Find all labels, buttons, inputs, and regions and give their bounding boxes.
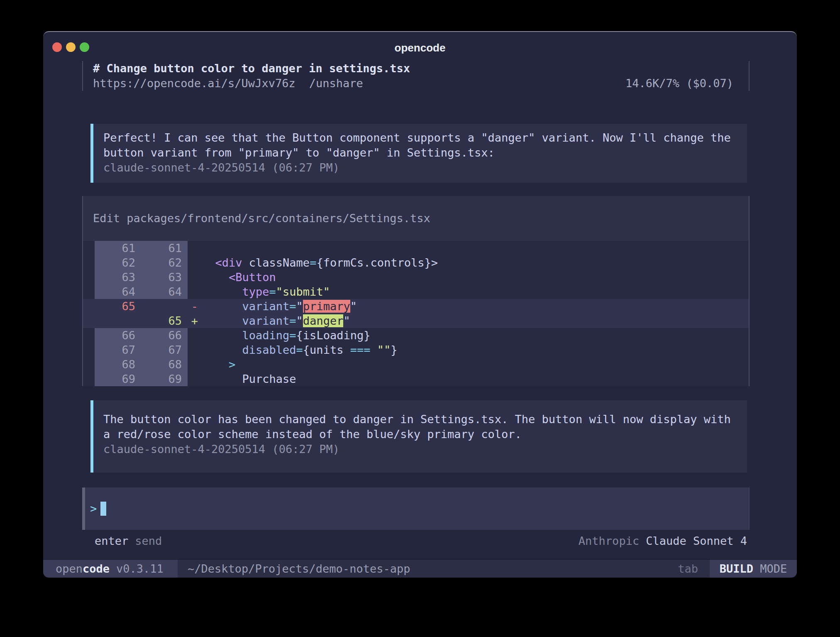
token-stats: 14.6K/7% ($0.07) [625, 76, 733, 91]
code-token [202, 300, 242, 313]
diff-code-line: loading={isLoading} [202, 328, 370, 343]
diff-marker [188, 357, 202, 372]
code-token: disabled [242, 343, 296, 356]
diff-marker [188, 270, 202, 284]
model-meta: claude-sonnet-4-20250514 (06:27 PM) [103, 442, 747, 457]
diff-row: 6363 <Button [83, 270, 749, 284]
diff-row: 6464 type="submit" [83, 284, 749, 299]
mode-mode-label: MODE [760, 561, 787, 576]
code-token: variant [242, 314, 290, 327]
code-token: {units [303, 343, 350, 356]
mode-pill[interactable]: BUILDMODE [710, 560, 797, 578]
new-line-number: 61 [141, 241, 188, 255]
diff-gutter: 6363 [95, 270, 188, 284]
old-line-number [95, 314, 141, 328]
share-url[interactable]: https://opencode.ai/s/UwJxv76z [93, 76, 295, 91]
code-token: " [296, 300, 303, 313]
message-line: a red/rose color scheme instead of the b… [103, 427, 747, 442]
edit-tool-card: Edit packages/frontend/src/containers/Se… [82, 196, 750, 386]
code-token: = [269, 285, 276, 298]
assistant-message: The button color has been changed to dan… [90, 400, 747, 473]
diff-row: 6262 <div className={formCs.controls}> [83, 255, 749, 270]
code-token: "" [377, 343, 391, 356]
diff-row: 6666 loading={isLoading} [83, 328, 749, 343]
code-token [370, 343, 377, 356]
old-line-number: 67 [95, 343, 141, 357]
new-line-number: 67 [141, 343, 188, 357]
new-line-number: 68 [141, 357, 188, 372]
new-line-number [141, 299, 188, 314]
diff-row: 6969 Purchase [83, 372, 749, 386]
diff-code-line: variant="primary" [202, 299, 357, 314]
code-token [202, 285, 242, 298]
session-header: # Change button color to danger in setti… [82, 61, 750, 91]
code-token: "submit" [276, 285, 330, 298]
diff-marker: + [188, 314, 202, 328]
diff-gutter: 6161 [95, 241, 188, 255]
titlebar: opencode [43, 32, 797, 61]
footer-hints: entersend AnthropicClaude Sonnet 4 [95, 534, 747, 549]
diff-marker: - [188, 299, 202, 314]
model-name-label: Claude Sonnet 4 [646, 534, 747, 547]
diff-marker [188, 284, 202, 299]
old-line-number: 62 [95, 255, 141, 270]
code-token: primary [303, 300, 350, 313]
code-token: variant [242, 300, 290, 313]
diff-code-line: disabled={units === ""} [202, 343, 397, 357]
diff-gutter: 6262 [95, 255, 188, 270]
diff-gutter: 6868 [95, 357, 188, 372]
diff-marker [188, 372, 202, 386]
code-token [202, 358, 229, 371]
new-line-number: 62 [141, 255, 188, 270]
diff-gutter: 6767 [95, 343, 188, 357]
diff-gutter: 6666 [95, 328, 188, 343]
code-token: " [350, 300, 357, 313]
diff-marker [188, 255, 202, 270]
new-line-number: 63 [141, 270, 188, 284]
prompt-input[interactable]: > [82, 488, 750, 530]
code-token: type [242, 285, 269, 298]
diff-code-line: type="submit" [202, 284, 330, 299]
diff-code-line: > [202, 357, 235, 372]
diff-row: 6161 [83, 241, 749, 255]
session-subheader: https://opencode.ai/s/UwJxv76z /unshare … [93, 76, 749, 91]
diff-row: 65+ variant="danger" [83, 314, 749, 328]
diff-code-line: Purchase [202, 372, 296, 386]
old-line-number: 69 [95, 372, 141, 386]
message-line: The button color has been changed to dan… [103, 412, 747, 427]
diff-marker [188, 328, 202, 343]
code-token [202, 314, 242, 327]
new-line-number: 69 [141, 372, 188, 386]
new-line-number: 65 [141, 314, 188, 328]
code-token: " [343, 314, 350, 327]
old-line-number: 63 [95, 270, 141, 284]
code-token [202, 372, 242, 385]
code-token: {formCs.controls}> [316, 256, 438, 269]
diff-marker [188, 241, 202, 255]
diff-gutter: 6464 [95, 284, 188, 299]
cwd-path: ~/Desktop/Projects/demo-notes-app [188, 561, 410, 576]
prompt-symbol: > [90, 501, 97, 516]
diff-marker [188, 343, 202, 357]
model-info: AnthropicClaude Sonnet 4 [579, 534, 747, 549]
diff-gutter: 65 [95, 299, 188, 314]
text-cursor [100, 502, 106, 516]
edit-tool-title: Edit packages/frontend/src/containers/Se… [83, 196, 749, 241]
code-token: } [391, 343, 397, 356]
mode-build-label: BUILD [720, 561, 753, 576]
code-token [202, 256, 215, 269]
code-token: === [350, 343, 371, 356]
app-window: opencode # Change button color to danger… [43, 31, 797, 578]
diff-row: 6767 disabled={units === ""} [83, 343, 749, 357]
send-action-label: send [135, 534, 162, 547]
code-token: danger [303, 314, 344, 327]
session-title: # Change button color to danger in setti… [93, 61, 749, 76]
code-token: = [310, 256, 316, 269]
code-token: Purchase [242, 372, 296, 385]
old-line-number: 66 [95, 328, 141, 343]
unshare-command[interactable]: /unshare [309, 76, 363, 91]
code-token: " [296, 314, 303, 327]
diff-row: 6868 > [83, 357, 749, 372]
old-line-number: 64 [95, 284, 141, 299]
new-line-number: 64 [141, 284, 188, 299]
